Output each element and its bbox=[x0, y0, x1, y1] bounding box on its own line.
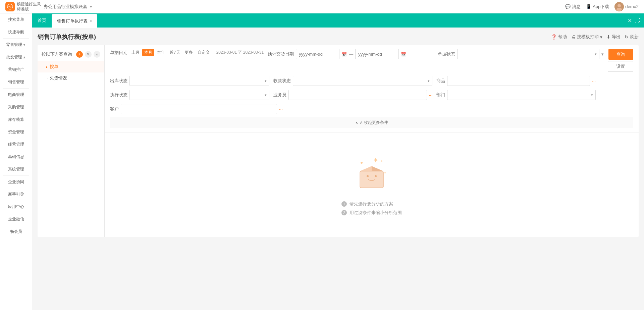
tab-sales-order[interactable]: 销售订单执行表 × bbox=[52, 14, 97, 28]
svg-point-2 bbox=[618, 4, 621, 7]
svg-point-8 bbox=[361, 162, 363, 164]
setting-button[interactable]: 设置 bbox=[608, 61, 633, 72]
date-start-calendar-icon[interactable]: 📅 bbox=[341, 52, 347, 57]
help-button[interactable]: ❓ 帮助 bbox=[551, 34, 567, 40]
date-tab-last-month[interactable]: 上月 bbox=[129, 49, 142, 56]
sidebar-item-finance[interactable]: 资金管理 bbox=[0, 126, 32, 138]
logo-icon bbox=[5, 2, 15, 11]
salesperson-more-button[interactable]: ··· bbox=[429, 93, 433, 98]
template-print-button[interactable]: 🖨 按模板打印 ▾ bbox=[571, 34, 602, 40]
status-label: 单据状态 bbox=[438, 51, 455, 57]
empty-state: 1 请先选择要分析的方案 2 用过滤条件来缩小分析范围 bbox=[105, 133, 639, 237]
sidebar-item-member[interactable]: 畅会员 bbox=[0, 225, 32, 238]
sidebar-item-enterprise[interactable]: 企业协同 bbox=[0, 176, 32, 188]
filter-container: 单据日期 上月 本月 本年 近7天 更多 自定义 bbox=[105, 45, 639, 133]
print-icon: 🖨 bbox=[571, 34, 576, 40]
date-tab-this-month[interactable]: 本月 bbox=[142, 49, 154, 56]
date-tabs: 上月 本月 本年 近7天 更多 自定义 bbox=[129, 49, 212, 56]
delivery-status-select[interactable] bbox=[129, 76, 269, 86]
sidebar-item-ecommerce[interactable]: 电商管理 bbox=[0, 89, 32, 101]
status-dropdown-icon: ▾ bbox=[601, 52, 604, 57]
sidebar-item-wholesale-mgmt[interactable]: 批发管理 ▲ bbox=[0, 51, 32, 63]
salesperson-label: 业务员 bbox=[273, 92, 286, 98]
customer-label: 客户 bbox=[110, 106, 119, 112]
sidebar-item-inventory[interactable]: 库存核算 bbox=[0, 113, 32, 126]
refresh-icon: ↻ bbox=[625, 34, 629, 40]
svg-marker-5 bbox=[360, 166, 372, 171]
date-end-calendar-icon[interactable]: 📅 bbox=[401, 52, 406, 57]
main-content: 按以下方案查询 + ✎ « ● 按单 ○ bbox=[38, 45, 639, 237]
plan-edit-button[interactable]: ✎ bbox=[85, 51, 92, 58]
sidebar-item-search-menu[interactable]: 搜索菜单 bbox=[0, 13, 32, 26]
payment-status-select[interactable] bbox=[293, 76, 433, 86]
export-button[interactable]: ⬇ 导出 bbox=[606, 34, 621, 40]
date-tab-more[interactable]: 更多 bbox=[183, 49, 195, 56]
exec-status-select[interactable] bbox=[129, 90, 269, 100]
department-select[interactable] bbox=[447, 90, 596, 100]
department-label: 部门 bbox=[436, 92, 445, 98]
date-label: 单据日期 bbox=[110, 50, 127, 56]
date-range-display: 2023-03-01 至 2023-03-31 bbox=[216, 50, 264, 55]
payment-status-label: 收款状态 bbox=[273, 78, 291, 84]
expected-date-end-input[interactable] bbox=[355, 49, 399, 59]
goods-more-button[interactable]: ··· bbox=[592, 79, 596, 84]
svg-point-9 bbox=[381, 160, 382, 162]
query-button[interactable]: 查询 bbox=[608, 49, 633, 60]
collapse-icon: ∧ bbox=[355, 120, 358, 125]
sidebar-item-sales-mgmt[interactable]: 销售管理 bbox=[0, 76, 32, 88]
message-icon: 💬 bbox=[565, 4, 571, 9]
app-download-button[interactable]: 📱 App下载 bbox=[586, 4, 609, 10]
date-tab-7days[interactable]: 近7天 bbox=[168, 49, 182, 56]
expected-date-start-input[interactable] bbox=[296, 49, 339, 59]
customer-input[interactable] bbox=[121, 104, 277, 114]
empty-tip-2: 2 用过滤条件来缩小分析范围 bbox=[341, 208, 402, 217]
tip-num-2: 2 bbox=[341, 210, 347, 215]
customer-more-button[interactable]: ··· bbox=[279, 107, 283, 112]
query-actions: 查询 设置 bbox=[608, 49, 633, 72]
plan-item-arrears[interactable]: ○ 欠货情况 bbox=[38, 72, 104, 84]
tab-close-button[interactable]: × bbox=[90, 19, 92, 23]
goods-input[interactable] bbox=[447, 76, 590, 86]
svg-point-3 bbox=[616, 8, 622, 11]
wholesale-expand-icon: ▲ bbox=[23, 55, 26, 59]
export-icon: ⬇ bbox=[606, 34, 610, 40]
plan-item-inactive-dot: ○ bbox=[46, 76, 48, 80]
empty-illustration bbox=[352, 153, 392, 193]
logo-text: 畅捷通好生意 标准版 bbox=[17, 2, 41, 11]
date-tab-this-year[interactable]: 本年 bbox=[155, 49, 167, 56]
plan-collapse-button[interactable]: « bbox=[94, 51, 100, 58]
date-dash: — bbox=[349, 52, 353, 57]
sidebar-item-app-center[interactable]: 应用中心 bbox=[0, 201, 32, 213]
page-header: 销售订单执行表(按单) ❓ 帮助 🖨 按模板打印 ▾ ⬇ bbox=[38, 33, 639, 41]
breadcrumb: 办公用品行业模拟账套 bbox=[44, 4, 87, 10]
svg-point-11 bbox=[367, 175, 369, 177]
salesperson-input[interactable] bbox=[288, 90, 427, 100]
plan-add-button[interactable]: + bbox=[76, 51, 83, 58]
sidebar-item-basic-info[interactable]: 基础信息 bbox=[0, 151, 32, 163]
sidebar-item-system[interactable]: 系统管理 bbox=[0, 163, 32, 175]
sidebar-item-enterprise-wechat[interactable]: 企业微信 bbox=[0, 213, 32, 225]
sidebar-item-new-guide[interactable]: 新手引导 bbox=[0, 188, 32, 201]
sidebar-item-quick-nav[interactable]: 快捷导航 bbox=[0, 26, 32, 38]
plan-item-by-order[interactable]: ● 按单 bbox=[38, 61, 104, 72]
sidebar-item-purchase[interactable]: 采购管理 bbox=[0, 101, 32, 113]
sidebar-item-marketing[interactable]: 营销推广 bbox=[0, 63, 32, 76]
sidebar-item-operations[interactable]: 经营管理 bbox=[0, 138, 32, 151]
goods-label: 商品 bbox=[436, 78, 445, 84]
retail-expand-icon: ▼ bbox=[23, 43, 26, 47]
status-select[interactable] bbox=[457, 49, 599, 59]
tab-bar: 首页 销售订单执行表 × ✕ ⛶ bbox=[32, 13, 644, 28]
sidebar-item-retail-mgmt[interactable]: 零售管理 ▼ bbox=[0, 39, 32, 51]
message-button[interactable]: 💬 消息 bbox=[565, 4, 581, 10]
refresh-button[interactable]: ↻ 刷新 bbox=[625, 34, 639, 40]
right-content: 单据日期 上月 本月 本年 近7天 更多 自定义 bbox=[105, 45, 639, 237]
sidebar: 搜索菜单 快捷导航 零售管理 ▼ 批发管理 ▲ 营销推广 销售管理 电商管理 bbox=[0, 13, 32, 310]
collapse-bar-button[interactable]: ∧ ∧ 收起更多条件 bbox=[110, 117, 633, 128]
tab-close-window-button[interactable]: ✕ bbox=[628, 17, 632, 24]
tab-home[interactable]: 首页 bbox=[32, 13, 52, 28]
date-tab-custom[interactable]: 自定义 bbox=[196, 49, 212, 56]
tab-maximize-button[interactable]: ⛶ bbox=[635, 17, 640, 23]
breadcrumb-arrow-icon[interactable]: ▾ bbox=[90, 4, 92, 9]
svg-point-10 bbox=[384, 172, 386, 173]
user-menu[interactable]: demo2 bbox=[614, 2, 639, 11]
